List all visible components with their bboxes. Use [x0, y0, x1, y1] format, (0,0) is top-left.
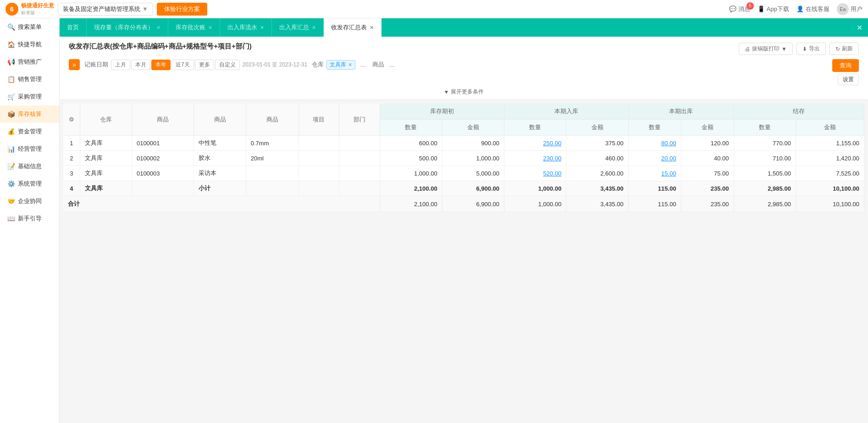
sidebar-item-marketing[interactable]: 📢 营销推广	[0, 53, 59, 71]
sidebar-item-quick[interactable]: 🏠 快捷导航	[0, 36, 59, 53]
tab-inout-summary[interactable]: 出入库汇总 ✕	[272, 18, 324, 37]
date-btn-more[interactable]: 更多	[195, 60, 214, 70]
footer-opening-amt: 6,900.00	[442, 196, 504, 212]
warehouse-filter: 仓库 文具库 ✕ ...	[312, 60, 368, 70]
export-button[interactable]: ⬇ 导出	[796, 43, 826, 55]
system-name[interactable]: 装备及固定资产辅助管理系统 ▼	[58, 3, 153, 16]
trial-button[interactable]: 体验行业方案	[157, 3, 207, 16]
cell-project	[299, 166, 339, 181]
cell-out_qty[interactable]: 20.00	[628, 151, 681, 166]
top-bar-left: 6 畅捷通好生意 标准版 装备及固定资产辅助管理系统 ▼ 体验行业方案	[6, 2, 207, 16]
cell-code: 0100002	[132, 151, 194, 166]
guide-icon: 📖	[7, 215, 15, 222]
date-btn-this-year[interactable]: 本年	[151, 60, 171, 70]
cell-out_qty[interactable]: 80.00	[628, 136, 681, 151]
sidebar-item-sales[interactable]: 📋 销售管理	[0, 71, 59, 88]
sidebar-item-guide[interactable]: 📖 新手引导	[0, 210, 59, 227]
tab-bar-close[interactable]: ✕	[851, 23, 868, 32]
cell-balance_qty: 770.00	[734, 136, 796, 151]
sidebar-item-operations[interactable]: 📊 经营管理	[0, 140, 59, 158]
settings-icon[interactable]: ⚙	[69, 116, 74, 123]
date-btn-last-month[interactable]: 上月	[111, 60, 130, 70]
warehouse-remove[interactable]: ✕	[348, 62, 352, 68]
sidebar-item-search[interactable]: 🔍 搜索菜单	[0, 18, 59, 36]
user-area[interactable]: Ea 用户	[837, 3, 862, 15]
date-btn-custom[interactable]: 自定义	[215, 60, 240, 70]
date-btn-7days[interactable]: 近7天	[171, 60, 194, 70]
filter-main: » 记账日期 上月 本月 本年 近7天 更多 自定义	[69, 59, 827, 70]
cell-balance_qty: 2,985.00	[734, 181, 796, 196]
online-service-button[interactable]: 👤 在线客服	[796, 5, 829, 13]
cell-out_qty[interactable]: 115.00	[628, 181, 681, 196]
tab-inout-flow[interactable]: 出入库流水 ✕	[220, 18, 272, 37]
cell-opening_qty: 600.00	[380, 136, 442, 151]
sidebar-item-purchase[interactable]: 🛒 采购管理	[0, 88, 59, 105]
tab-close-inout-summary[interactable]: ✕	[312, 25, 316, 31]
cell-in_amt: 460.00	[566, 151, 628, 166]
search-icon: 🔍	[7, 23, 15, 31]
enterprise-icon: 🤝	[7, 198, 15, 205]
cell-opening_amt: 1,000.00	[442, 151, 504, 166]
col-code-header: 商品	[132, 104, 194, 136]
refresh-button[interactable]: ↻ 刷新	[829, 43, 859, 55]
col-opening-qty: 数量	[380, 120, 442, 136]
inventory-icon: 📦	[7, 110, 15, 118]
cell-out_amt: 40.00	[681, 151, 734, 166]
tab-close-inout-flow[interactable]: ✕	[260, 25, 264, 31]
cell-project	[299, 136, 339, 151]
col-out-header: 本期出库	[628, 104, 734, 120]
tab-home[interactable]: 首页	[60, 18, 87, 37]
cell-out_amt: 120.00	[681, 136, 734, 151]
col-in-qty: 数量	[504, 120, 566, 136]
tab-close-batch[interactable]: ✕	[208, 25, 212, 31]
cell-code: 0100003	[132, 166, 194, 181]
tab-receipt-summary[interactable]: 收发存汇总表 ✕	[324, 18, 381, 37]
cell-warehouse: 文具库	[80, 151, 132, 166]
goods-dots[interactable]: ...	[387, 60, 397, 69]
sidebar-item-basic[interactable]: 📝 基础信息	[0, 158, 59, 175]
logo-text: 畅捷通好生意 标准版	[21, 2, 54, 16]
col-in-amt: 金额	[566, 120, 628, 136]
download-icon: 📱	[757, 5, 765, 12]
table-body: 1文具库0100001中性笔0.7mm600.00900.00250.00375…	[63, 136, 864, 196]
tab-close-inventory-dist[interactable]: ✕	[156, 25, 160, 31]
footer-balance-qty: 2,985.00	[734, 196, 796, 212]
footer-out-amt: 235.00	[681, 196, 734, 212]
sidebar-item-inventory[interactable]: 📦 库存核算	[0, 105, 59, 123]
cell-project	[299, 151, 339, 166]
date-range: 2023-01-01 至 2023-12-31	[243, 61, 307, 69]
cell-dept	[339, 136, 380, 151]
print-button[interactable]: 🖨 拔锅版打印 ▼	[739, 43, 793, 55]
tab-inventory-dist[interactable]: 现存量（库存分布表） ✕	[87, 18, 168, 37]
date-btn-this-month[interactable]: 本月	[131, 60, 150, 70]
cell-in_qty[interactable]: 250.00	[504, 136, 566, 151]
message-button[interactable]: 💬 消息 6	[729, 5, 750, 13]
expand-label: 展开更多条件	[451, 88, 484, 96]
export-icon: ⬇	[802, 46, 807, 52]
col-out-amt: 金额	[681, 120, 734, 136]
tab-close-receipt-summary[interactable]: ✕	[370, 25, 374, 31]
col-settings: ⚙	[63, 104, 80, 136]
sales-icon: 📋	[7, 76, 15, 83]
sidebar-item-enterprise[interactable]: 🤝 企业协同	[0, 192, 59, 210]
col-balance-amt: 金额	[796, 120, 864, 136]
operations-icon: 📊	[7, 145, 15, 153]
top-bar-right: 💬 消息 6 📱 App下载 👤 在线客服 Ea 用户	[729, 3, 862, 15]
cell-in_qty[interactable]: 1,000.00	[504, 181, 566, 196]
warehouse-dots[interactable]: ...	[358, 60, 368, 69]
cell-in_qty[interactable]: 520.00	[504, 166, 566, 181]
tab-batch[interactable]: 库存批次账 ✕	[168, 18, 220, 37]
filter-toggle[interactable]: »	[69, 59, 80, 70]
sidebar-item-finance[interactable]: 💰 资金管理	[0, 123, 59, 140]
sidebar-item-system[interactable]: ⚙️ 系统管理	[0, 175, 59, 192]
cell-out_qty[interactable]: 15.00	[628, 166, 681, 181]
cell-in_qty[interactable]: 230.00	[504, 151, 566, 166]
query-button[interactable]: 查询	[832, 59, 859, 72]
settings-button[interactable]: 设置	[838, 74, 859, 85]
footer-label: 合计	[63, 196, 380, 212]
cell-code	[132, 181, 194, 196]
expand-row[interactable]: ▼ 展开更多条件	[69, 85, 859, 96]
app-download-button[interactable]: 📱 App下载	[757, 5, 789, 13]
sidebar: 🔍 搜索菜单 🏠 快捷导航 📢 营销推广 📋 销售管理 🛒 采购管理 📦 库存核…	[0, 18, 60, 423]
cell-name: 小计	[194, 181, 246, 196]
